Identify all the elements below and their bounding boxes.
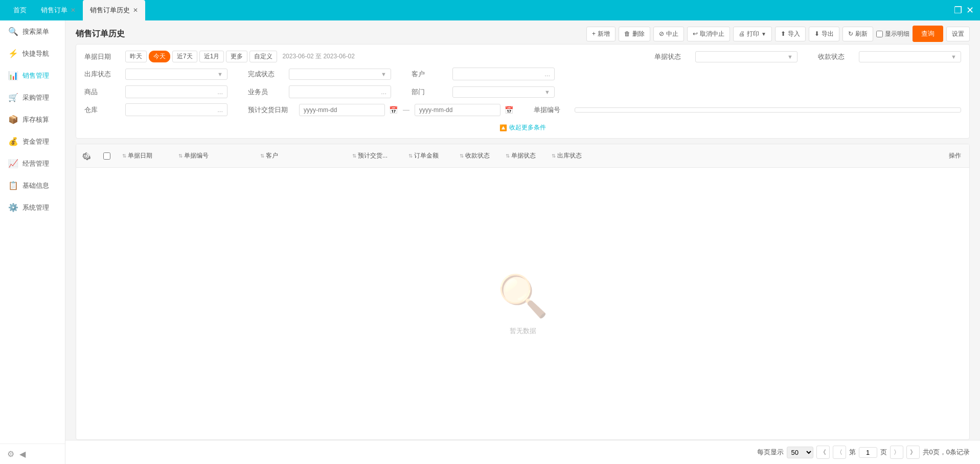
calendar-to-icon[interactable]: 📅 — [505, 106, 513, 114]
salesman-label: 业务员 — [248, 87, 289, 97]
date-btn-1month[interactable]: 近1月 — [199, 51, 224, 62]
date-btn-custom[interactable]: 自定义 — [249, 51, 277, 62]
import-button[interactable]: ⬆ 导入 — [775, 27, 806, 41]
restore-icon[interactable]: ❐ — [954, 5, 962, 16]
basic-info-icon: 📋 — [8, 181, 18, 190]
date-btn-more[interactable]: 更多 — [226, 51, 247, 62]
calendar-from-icon[interactable]: 📅 — [389, 106, 398, 114]
print-button[interactable]: 🖨 打印 ▼ — [733, 27, 772, 41]
query-button[interactable]: 查询 — [913, 26, 943, 42]
dept-select[interactable]: ▼ — [452, 86, 555, 98]
collapse-row[interactable]: 🔼 收起更多条件 — [84, 121, 961, 132]
first-page-button[interactable]: 《 — [816, 446, 830, 459]
salesman-ellipsis-icon[interactable]: ... — [381, 88, 386, 96]
sort-icon-docno: ⇅ — [178, 153, 183, 159]
delete-button[interactable]: 🗑 删除 — [619, 27, 650, 41]
sidebar-item-search[interactable]: 🔍 搜索菜单 — [0, 20, 65, 42]
prev-page-button[interactable]: 〈 — [833, 446, 846, 459]
page-number-input[interactable] — [859, 447, 877, 458]
import-icon: ⬆ — [781, 30, 786, 37]
print-arrow-icon: ▼ — [761, 31, 766, 37]
stop-button[interactable]: ⊘ 中止 — [653, 27, 684, 41]
collapse-sidebar-icon[interactable]: ◀ — [19, 449, 26, 459]
finance-icon: 💰 — [8, 137, 18, 146]
inventory-icon: 📦 — [8, 115, 18, 124]
sidebar-item-purchase[interactable]: 🛒 采购管理 — [0, 86, 65, 108]
th-customer[interactable]: ⇅ 客户 — [255, 148, 347, 163]
main-layout: 🔍 搜索菜单 ⚡ 快捷导航 📊 销售管理 🛒 采购管理 📦 库存核算 💰 资金管… — [0, 20, 980, 464]
print-icon: 🖨 — [739, 30, 745, 37]
sidebar-item-basic-info[interactable]: 📋 基础信息 — [0, 174, 65, 196]
delivery-date-label: 预计交货日期 — [248, 105, 299, 115]
next-page-button[interactable]: 〉 — [890, 446, 903, 459]
th-settings[interactable] — [76, 149, 97, 163]
sidebar-item-system[interactable]: ⚙️ 系统管理 — [0, 196, 65, 218]
last-page-button[interactable]: 》 — [906, 446, 920, 459]
table-gear-icon — [82, 152, 90, 160]
close-window-icon[interactable]: ✕ — [966, 5, 974, 16]
refresh-button[interactable]: ↻ 刷新 — [842, 27, 873, 41]
th-pay-status[interactable]: ⇅ 收款状态 — [454, 148, 500, 163]
sidebar: 🔍 搜索菜单 ⚡ 快捷导航 📊 销售管理 🛒 采购管理 📦 库存核算 💰 资金管… — [0, 20, 65, 464]
dept-label: 部门 — [412, 87, 452, 97]
delivery-date-from-input[interactable] — [299, 104, 385, 116]
empty-text: 暂无数据 — [510, 326, 536, 336]
pay-status-chevron-icon: ▼ — [951, 54, 956, 60]
pay-status-label: 收款状态 — [818, 52, 859, 61]
th-doc-status[interactable]: ⇅ 单据状态 — [500, 148, 546, 163]
doc-status-select[interactable]: ▼ — [695, 51, 797, 62]
customer-ellipsis-icon[interactable]: ... — [544, 70, 550, 78]
sort-icon-pay: ⇅ — [460, 153, 464, 159]
table-body: 🔍 暂无数据 — [76, 168, 969, 439]
sidebar-item-quick-nav[interactable]: ⚡ 快捷导航 — [0, 42, 65, 64]
th-delivery[interactable]: ⇅ 预计交货... — [347, 148, 403, 163]
date-range-text: 2023-06-02 至 2023-06-02 — [282, 52, 354, 61]
cancel-stop-button[interactable]: ↩ 取消中止 — [687, 27, 730, 41]
sort-icon-amount: ⇅ — [408, 153, 413, 159]
empty-illustration: 🔍 — [497, 272, 549, 320]
date-buttons: 昨天 今天 近7天 近1月 更多 自定义 — [125, 51, 277, 62]
tab-home[interactable]: 首页 — [6, 0, 34, 20]
th-amount[interactable]: ⇅ 订单金额 — [403, 148, 454, 163]
window-controls: ❐ ✕ — [954, 5, 974, 16]
filter-row-2: 出库状态 ▼ 完成状态 ▼ 客户 ... — [84, 68, 961, 80]
complete-status-select[interactable]: ▼ — [289, 69, 391, 80]
goods-ellipsis-icon[interactable]: ... — [217, 88, 223, 96]
pay-status-select[interactable]: ▼ — [859, 51, 961, 62]
sidebar-item-sales[interactable]: 📊 销售管理 — [0, 64, 65, 86]
stop-icon: ⊘ — [659, 30, 664, 37]
th-date[interactable]: ⇅ 单据日期 — [117, 148, 173, 163]
goods-label: 商品 — [84, 87, 125, 97]
tab-sales-order[interactable]: 销售订单 ✕ — [34, 0, 83, 20]
out-status-chevron-icon: ▼ — [217, 71, 223, 77]
tab-close-history[interactable]: ✕ — [133, 7, 138, 14]
date-btn-yesterday[interactable]: 昨天 — [125, 51, 147, 62]
per-page-select[interactable]: 50 10 20 100 — [787, 447, 813, 458]
display-cols-toggle[interactable]: 显示明细 — [876, 30, 909, 38]
display-cols-checkbox[interactable] — [876, 31, 883, 37]
sidebar-item-finance[interactable]: 💰 资金管理 — [0, 130, 65, 152]
date-btn-7days[interactable]: 近7天 — [172, 51, 197, 62]
sidebar-item-operations[interactable]: 📈 经营管理 — [0, 152, 65, 174]
tab-close-sales-order[interactable]: ✕ — [71, 7, 76, 14]
settings-bottom-icon[interactable]: ⚙ — [7, 449, 14, 459]
date-btn-today[interactable]: 今天 — [149, 51, 170, 62]
export-button[interactable]: ⬇ 导出 — [809, 27, 839, 41]
th-checkbox[interactable] — [97, 149, 117, 163]
out-status-label: 出库状态 — [84, 70, 125, 79]
sidebar-item-inventory[interactable]: 📦 库存核算 — [0, 108, 65, 130]
tab-sales-order-history[interactable]: 销售订单历史 ✕ — [83, 0, 145, 20]
settings-button[interactable]: 设置 — [946, 27, 970, 41]
add-button[interactable]: + 新增 — [586, 27, 616, 41]
purchase-icon: 🛒 — [8, 93, 18, 102]
out-status-select[interactable]: ▼ — [125, 69, 227, 80]
delivery-date-to-input[interactable] — [415, 104, 500, 116]
warehouse-ellipsis-icon[interactable]: ... — [217, 106, 223, 114]
th-docno[interactable]: ⇅ 单据编号 — [173, 148, 255, 163]
search-icon: 🔍 — [8, 27, 18, 36]
th-out-status[interactable]: ⇅ 出库状态 — [546, 148, 592, 163]
sort-icon-customer: ⇅ — [260, 153, 264, 159]
toolbar: + 新增 🗑 删除 ⊘ 中止 ↩ 取消中止 🖨 打印 — [586, 26, 970, 42]
select-all-checkbox[interactable] — [103, 152, 110, 160]
filter-row-4: 仓库 ... 预计交货日期 📅 — 📅 单据编号 — [84, 103, 961, 116]
